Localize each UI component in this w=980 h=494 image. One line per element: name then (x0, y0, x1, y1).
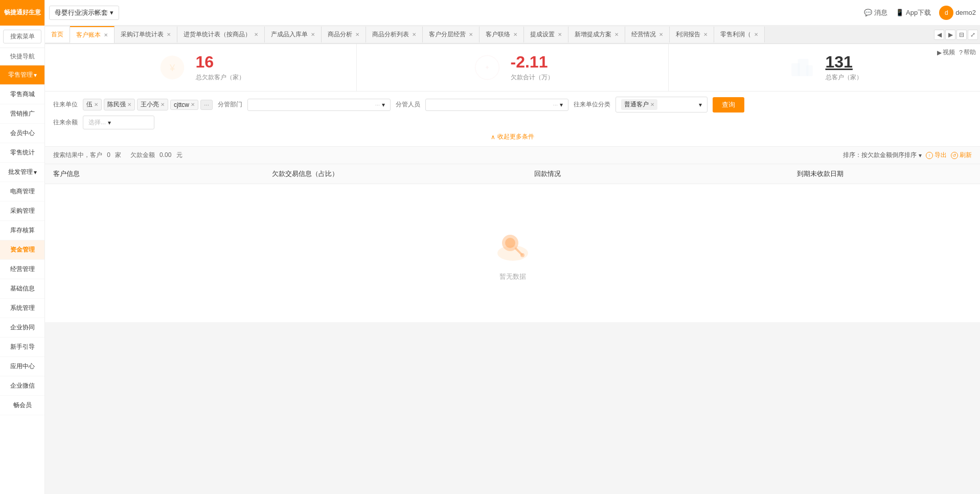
results-debt-value: 0.00 (159, 151, 171, 159)
sidebar-item-member-center[interactable]: 会员中心 (0, 124, 44, 143)
filter-tag-cjttcw[interactable]: cjttcw ✕ (170, 100, 198, 110)
tab-customer-book[interactable]: 客户账本 ✕ (70, 26, 115, 43)
sidebar-item-wholesale-mgmt[interactable]: 批发管理 ▾ (0, 163, 44, 182)
messages-button[interactable]: 💬 消息 (864, 8, 887, 17)
tab-close-icon[interactable]: ✕ (558, 32, 562, 37)
tab-close-icon[interactable]: ✕ (754, 32, 758, 37)
tab-home[interactable]: 首页 (45, 27, 70, 42)
tab-product-analysis-list[interactable]: 商品分析列表 ✕ (366, 27, 423, 42)
sidebar-item-retail-mgmt[interactable]: 零售管理 ▾ (0, 65, 44, 85)
sidebar-item-inventory-check[interactable]: 库存核算 (0, 221, 44, 240)
tab-business-status[interactable]: 经营情况 ✕ (625, 27, 670, 42)
tab-close-icon[interactable]: ✕ (513, 32, 517, 37)
tag-close-category-icon[interactable]: ✕ (650, 102, 654, 107)
tab-label: 零售利润（ (720, 30, 751, 39)
sidebar-item-marketing[interactable]: 营销推广 (0, 104, 44, 124)
sidebar-item-vip-member[interactable]: 畅会员 (0, 396, 44, 415)
filter-tag-wu[interactable]: 伍 ✕ (83, 99, 102, 110)
sort-button[interactable]: 排序：按欠款金额倒序排序 ▾ (843, 151, 922, 160)
tab-close-icon[interactable]: ✕ (412, 32, 416, 37)
chevron-down-icon: ▾ (382, 101, 385, 108)
tab-menu-button[interactable]: ⊟ (956, 30, 967, 40)
tab-close-icon[interactable]: ✕ (355, 32, 359, 37)
filter-balance-label: 往来余额 (53, 118, 78, 127)
filter-dept-select[interactable]: ··· ▾ (247, 99, 391, 111)
tag-close-icon[interactable]: ✕ (161, 102, 165, 107)
svg-rect-6 (806, 65, 813, 76)
chevron-down-icon: ▾ (699, 101, 702, 108)
sidebar-item-system-mgmt[interactable]: 系统管理 (0, 299, 44, 318)
sidebar-item-retail-stats[interactable]: 零售统计 (0, 143, 44, 163)
filter-collapse-button[interactable]: ∧ 收起更多条件 (53, 132, 972, 141)
sidebar-item-operations-mgmt[interactable]: 经营管理 (0, 260, 44, 279)
export-button[interactable]: ↑ 导出 (926, 151, 947, 160)
filter-person-select[interactable]: ··· ▾ (425, 99, 568, 111)
filter-unit-label: 往来单位 (53, 100, 78, 109)
stat-label-debt-customers: 总欠款客户（家） (196, 73, 245, 82)
tab-label: 进货单统计表（按商品） (184, 30, 251, 39)
tab-label: 利润报告 (676, 30, 700, 39)
user-name: demo2 (955, 9, 976, 16)
tab-close-icon[interactable]: ✕ (469, 32, 473, 37)
filter-category-select[interactable]: 普通客户 ✕ ▾ (616, 97, 708, 113)
sidebar-item-enterprise-wechat[interactable]: 企业微信 (0, 376, 44, 396)
tab-product-analysis[interactable]: 商品分析 ✕ (322, 27, 366, 42)
sidebar-item-ecommerce-mgmt[interactable]: 电商管理 (0, 182, 44, 201)
quick-nav-button[interactable]: 快捷导航 (0, 48, 44, 65)
tab-label: 客户分层经营 (429, 30, 466, 39)
tab-label: 客户联络 (486, 30, 510, 39)
tab-prev-button[interactable]: ◀ (934, 30, 944, 40)
filter-tag-normal-customer[interactable]: 普通客户 ✕ (621, 99, 657, 110)
tag-close-icon[interactable]: ✕ (127, 102, 131, 107)
tab-purchase-order-stat[interactable]: 采购订单统计表 ✕ (115, 27, 177, 42)
sidebar-item-app-center[interactable]: 应用中心 (0, 357, 44, 376)
refresh-button[interactable]: ↺ 刷新 (951, 151, 972, 160)
tab-retail-profit[interactable]: 零售利润（ ✕ (714, 27, 765, 42)
tab-label: 客户账本 (76, 31, 101, 39)
help-button[interactable]: ? 帮助 (959, 48, 976, 57)
chevron-down-icon: ▾ (34, 169, 37, 176)
tab-close-icon[interactable]: ✕ (104, 32, 108, 38)
empty-state: 暂无数据 (45, 184, 980, 322)
content-area: ¥ 16 总欠款客户（家） ✦ -2.11 欠款合计（ (45, 44, 980, 494)
tab-promotion-settings[interactable]: 提成设置 ✕ (524, 27, 568, 42)
tab-close-icon[interactable]: ✕ (703, 32, 708, 37)
column-header-customer: 客户信息 (53, 169, 272, 178)
filter-more-button[interactable]: ··· (200, 100, 213, 110)
tab-close-icon[interactable]: ✕ (311, 32, 315, 37)
stat-info-3: 131 总客户（家） (826, 53, 862, 82)
tab-profit-report[interactable]: 利润报告 ✕ (670, 27, 714, 42)
tab-add-promotion-plan[interactable]: 新增提成方案 ✕ (568, 27, 625, 42)
user-menu[interactable]: d demo2 (939, 6, 976, 20)
filter-tag-wang[interactable]: 王小亮 ✕ (137, 99, 168, 110)
tab-close-icon[interactable]: ✕ (659, 32, 663, 37)
video-help-button[interactable]: ▶ 视频 (937, 48, 955, 57)
tab-inbound-stat[interactable]: 进货单统计表（按商品） ✕ (177, 27, 265, 42)
filter-balance-select[interactable]: 选择... ▾ (83, 116, 154, 129)
tab-close-icon[interactable]: ✕ (254, 32, 258, 37)
tab-close-icon[interactable]: ✕ (614, 32, 619, 37)
tab-next-button[interactable]: ▶ (945, 30, 955, 40)
tab-expand-button[interactable]: ⤢ (968, 30, 978, 40)
sidebar-item-new-guide[interactable]: 新手引导 (0, 338, 44, 357)
tab-close-icon[interactable]: ✕ (167, 32, 171, 37)
results-info: 搜索结果中，客户 0 家 欠款金额 0.00 元 (53, 151, 186, 160)
tab-product-inbound[interactable]: 产成品入库单 ✕ (265, 27, 322, 42)
brand-selector[interactable]: 母婴行业演示帐套 ▾ (49, 6, 119, 20)
query-button[interactable]: 查询 (713, 97, 744, 113)
filter-row-1: 往来单位 伍 ✕ 陈民强 ✕ 王小亮 ✕ cjttcw (53, 97, 972, 113)
filter-tags-container: 伍 ✕ 陈民强 ✕ 王小亮 ✕ cjttcw ✕ ··· (83, 99, 213, 110)
search-menu-button[interactable]: 搜索菜单 (3, 30, 41, 43)
app-download-button[interactable]: 📱 App下载 (896, 8, 931, 17)
tab-customer-tier[interactable]: 客户分层经营 ✕ (423, 27, 480, 42)
sidebar-item-purchase-mgmt[interactable]: 采购管理 (0, 201, 44, 221)
tab-label: 商品分析 (328, 30, 352, 39)
sidebar-item-capital-mgmt[interactable]: 资金管理 (0, 240, 44, 260)
sidebar-item-enterprise-coop[interactable]: 企业协同 (0, 318, 44, 338)
sidebar-item-basic-info[interactable]: 基础信息 (0, 279, 44, 299)
filter-tag-chen[interactable]: 陈民强 ✕ (104, 99, 135, 110)
tab-customer-contact[interactable]: 客户联络 ✕ (480, 27, 524, 42)
tag-close-icon[interactable]: ✕ (191, 102, 195, 107)
tag-close-icon[interactable]: ✕ (94, 102, 98, 107)
sidebar-item-retail-mall[interactable]: 零售商城 (0, 85, 44, 104)
